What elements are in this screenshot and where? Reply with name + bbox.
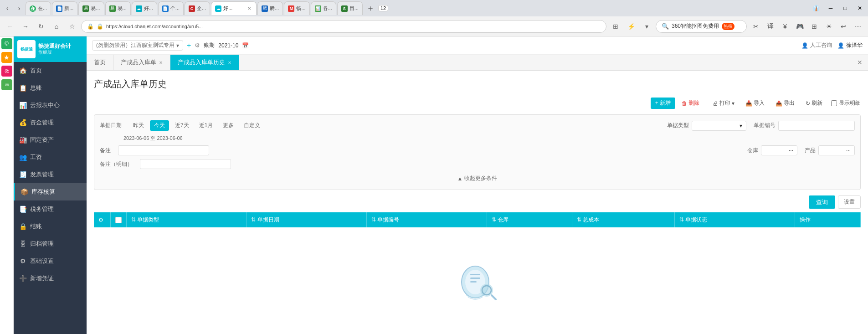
collapse-button[interactable]: ▲ 收起更多条件	[454, 173, 501, 184]
sidebar-item-new-entry[interactable]: ➕ 新增凭证	[14, 270, 87, 287]
calendar-icon[interactable]: 📅	[242, 42, 249, 49]
date-tab-more[interactable]: 更多	[219, 120, 238, 131]
sidebar-item-basic-settings[interactable]: ⚙ 基础设置	[14, 252, 87, 270]
tab-back-icon[interactable]: ‹	[2, 3, 13, 14]
chanjet-icon[interactable]: ©	[1, 38, 12, 49]
maximize-button[interactable]: □	[839, 2, 852, 15]
sidebar-item-home[interactable]: 🏠 首页	[14, 62, 87, 79]
translate-icon[interactable]: 译	[764, 20, 777, 33]
sidebar-item-fixed-assets[interactable]: 🏭 固定资产	[14, 131, 87, 149]
user-avatar[interactable]: 👤 徐泽华	[837, 41, 863, 49]
browser-tab-7[interactable]: C 企...	[185, 1, 210, 15]
settings-icon[interactable]: ⚙	[195, 42, 200, 49]
browser-tab-2[interactable]: 📄 新...	[52, 1, 77, 15]
content-tab-history-close-icon[interactable]: ✕	[228, 60, 231, 65]
voucher-no-input[interactable]	[778, 121, 855, 131]
delete-button[interactable]: 🗑 删除	[677, 98, 704, 109]
date-tab-today[interactable]: 今天	[150, 120, 169, 131]
browser-tab-5[interactable]: ☁ 好...	[132, 1, 157, 15]
content-tab-history[interactable]: 产成品入库单历史 ✕	[170, 55, 239, 70]
th-checkbox[interactable]	[110, 212, 126, 227]
quick-icon-2[interactable]: 微	[1, 66, 12, 77]
close-button[interactable]: ✕	[853, 2, 866, 15]
home-button[interactable]: ⌂	[50, 20, 63, 33]
th-voucher-status[interactable]: ⇅ 单据状态	[675, 212, 795, 227]
th-total-cost[interactable]: ⇅ 总成本	[572, 212, 674, 227]
tiles-icon[interactable]: ⊞	[808, 20, 821, 33]
th-voucher-date[interactable]: ⇅ 单据日期	[247, 212, 367, 227]
date-tab-custom[interactable]: 自定义	[240, 120, 264, 131]
star-button[interactable]: ☆	[66, 20, 78, 33]
sidebar-item-reports[interactable]: 📊 云报表中心	[14, 97, 87, 114]
product-select[interactable]: ···	[818, 145, 855, 155]
refresh-data-button[interactable]: ↻ 刷新	[801, 98, 827, 109]
new-tab-button[interactable]: ＋	[364, 1, 377, 15]
sidebar-item-ledger[interactable]: 📋 总账	[14, 79, 87, 97]
query-button[interactable]: 查询	[809, 195, 835, 209]
browser-tab-6[interactable]: 📄 个...	[158, 1, 184, 15]
browser-tab-10[interactable]: M 畅...	[284, 1, 309, 15]
shirt-icon[interactable]: 👔	[810, 2, 822, 15]
refresh-nav-button[interactable]: ↻	[35, 20, 47, 33]
add-button[interactable]: + 新增	[651, 98, 675, 109]
note-detail-label: 备注（明细）	[100, 160, 133, 168]
export-button[interactable]: 📤 导出	[771, 98, 799, 109]
content-tab-list[interactable]: 产成品入库单 ✕	[113, 55, 170, 70]
search-bar[interactable]: 🔍 360智能抠图免费用 热搜	[656, 20, 747, 33]
browser-tab-9[interactable]: 腾 腾...	[257, 1, 283, 15]
sidebar-item-inventory[interactable]: 📦 库存核算	[14, 183, 87, 200]
yuan-icon[interactable]: ¥	[779, 20, 791, 33]
th-settings[interactable]: ⚙	[94, 212, 110, 227]
sidebar-item-payroll[interactable]: 👥 工资	[14, 149, 87, 166]
note-input[interactable]	[118, 145, 209, 155]
show-detail-checkbox[interactable]	[831, 100, 837, 106]
th-voucher-no[interactable]: ⇅ 单据编号	[367, 212, 487, 227]
browser-tab-8[interactable]: ☁ 好... ✕	[211, 1, 257, 15]
content-tab-list-close-icon[interactable]: ✕	[159, 60, 163, 65]
quick-icon-3[interactable]: ✉	[1, 79, 12, 90]
sidebar-item-funds[interactable]: 💰 资金管理	[14, 114, 87, 131]
voucher-type-select[interactable]: ▾	[692, 121, 746, 131]
warehouse-select[interactable]: ···	[761, 145, 797, 155]
header-checkbox[interactable]	[115, 217, 122, 223]
settings-filter-button[interactable]: 设置	[838, 195, 861, 209]
tab-8-close-icon[interactable]: ✕	[246, 5, 252, 12]
undo-icon[interactable]: ↩	[837, 20, 850, 33]
address-bar[interactable]: 🔒 🔒 https://cloud.chanjet.com/accounting…	[81, 20, 606, 33]
date-tab-1month[interactable]: 近1月	[195, 120, 217, 131]
company-selector[interactable]: (勿删勿禁用）江西腺宝测试专用 ▾	[92, 40, 183, 51]
show-detail-toggle[interactable]: 显示明细	[831, 99, 861, 107]
user-service[interactable]: 👤 人工咨询	[801, 41, 832, 49]
gamepad-icon[interactable]: 🎮	[793, 20, 806, 33]
forward-button[interactable]: →	[19, 20, 32, 33]
th-voucher-type[interactable]: ⇅ 单据类型	[126, 212, 247, 227]
th-warehouse[interactable]: ⇅ 仓库	[487, 212, 572, 227]
sidebar-item-archive[interactable]: 🗄 归档管理	[14, 235, 87, 252]
quick-icon-1[interactable]: ★	[1, 52, 12, 63]
browser-tab-12[interactable]: S 目...	[337, 1, 363, 15]
lightning-icon[interactable]: ⚡	[625, 20, 637, 33]
note-detail-input[interactable]	[140, 159, 231, 169]
print-button[interactable]: 🖨 打印 ▾	[708, 98, 739, 109]
brightness-icon[interactable]: ☀	[822, 20, 835, 33]
browser-tab-1[interactable]: 在 在...	[26, 1, 51, 15]
minimize-button[interactable]: ─	[824, 2, 837, 15]
browser-tab-11[interactable]: 📊 各...	[311, 1, 336, 15]
import-button[interactable]: 📥 导入	[741, 98, 769, 109]
back-button[interactable]: ←	[4, 20, 16, 33]
grid-icon[interactable]: ⊞	[609, 20, 622, 33]
scissors-icon[interactable]: ✂	[750, 20, 762, 33]
add-company-button[interactable]: +	[187, 41, 191, 50]
browser-tab-4[interactable]: 易 易...	[105, 1, 131, 15]
panel-close-button[interactable]: ✕	[852, 57, 868, 68]
date-tab-7days[interactable]: 近7天	[171, 120, 193, 131]
dropdown-arrow[interactable]: ▾	[640, 20, 653, 33]
sidebar-item-close-period[interactable]: 🔒 结账	[14, 218, 87, 235]
date-tab-yesterday[interactable]: 昨天	[129, 120, 148, 131]
sidebar-item-tax[interactable]: 📑 税务管理	[14, 200, 87, 218]
tab-forward-icon[interactable]: ›	[14, 3, 25, 14]
content-tab-home[interactable]: 首页	[87, 55, 113, 70]
browser-tab-3[interactable]: 易 易...	[78, 1, 104, 15]
sidebar-item-invoice[interactable]: 🧾 发票管理	[14, 166, 87, 183]
settings-nav-icon[interactable]: ⋯	[852, 20, 864, 33]
